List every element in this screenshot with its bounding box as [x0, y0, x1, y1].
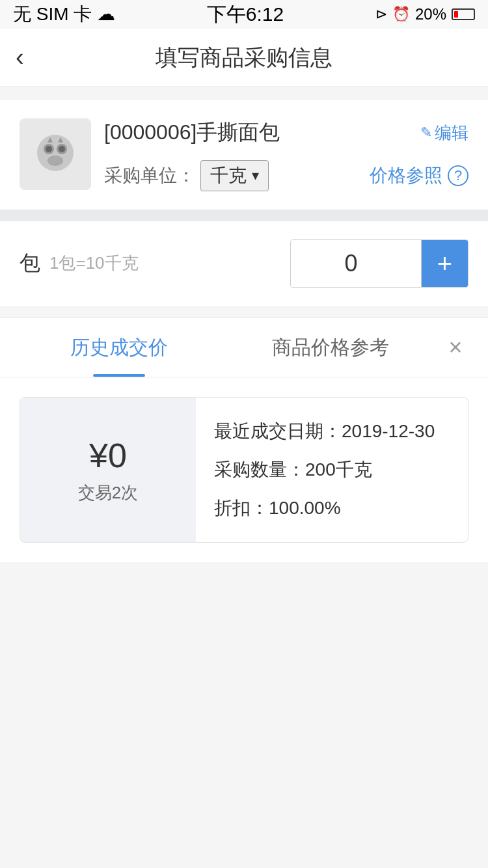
status-bar: 无 SIM 卡 ☁ 下午6:12 ⊳ ⏰ 20% — [0, 0, 488, 29]
transaction-quantity: 采购数量：200千克 — [214, 455, 450, 485]
product-header: [0000006]手撕面包 ✎ 编辑 — [104, 118, 468, 147]
edit-icon: ✎ — [420, 124, 432, 141]
date-value: 2019-12-30 — [342, 421, 435, 441]
product-info: [0000006]手撕面包 ✎ 编辑 采购单位： 千克 ▾ 价格参照 ? — [104, 118, 468, 191]
discount-value: 100.00% — [269, 498, 341, 518]
quantity-input-wrap: + — [290, 239, 468, 288]
transaction-date: 最近成交日期：2019-12-30 — [214, 417, 450, 446]
transaction-details: 最近成交日期：2019-12-30 采购数量：200千克 折扣：100.00% — [196, 398, 468, 542]
location-icon: ⊳ — [375, 6, 387, 23]
quantity-plus-button[interactable]: + — [421, 240, 468, 287]
product-card: [0000006]手撕面包 ✎ 编辑 采购单位： 千克 ▾ 价格参照 ? — [0, 100, 488, 210]
status-right: ⊳ ⏰ 20% — [375, 5, 475, 23]
tab-underline — [93, 374, 145, 377]
transaction-count: 交易2次 — [78, 481, 138, 504]
svg-point-3 — [46, 146, 52, 152]
transaction-summary: ¥0 交易2次 — [20, 398, 196, 542]
price-ref-label: 价格参照 — [370, 163, 442, 188]
section-divider — [0, 210, 488, 221]
product-unit-row: 采购单位： 千克 ▾ 价格参照 ? — [104, 160, 468, 191]
edit-button[interactable]: ✎ 编辑 — [420, 122, 468, 144]
quantity-detail-value: 200千克 — [305, 459, 372, 480]
battery-icon — [452, 8, 475, 20]
status-left: 无 SIM 卡 ☁ — [13, 2, 115, 27]
tab-price-reference[interactable]: 商品价格参考 — [224, 318, 436, 377]
alarm-icon: ⏰ — [392, 6, 410, 23]
tab-close-button[interactable]: × — [436, 318, 475, 377]
tabs-container: 历史成交价 商品价格参考 × ¥0 交易2次 最近成交日期：2019-12-30… — [0, 318, 488, 562]
unit-select[interactable]: 千克 ▾ — [200, 160, 269, 191]
tabs-header: 历史成交价 商品价格参考 × — [0, 318, 488, 377]
edit-label: 编辑 — [435, 122, 468, 144]
unit-badge: 包 — [20, 249, 40, 278]
sim-status: 无 SIM 卡 ☁ — [13, 2, 115, 27]
product-name: [0000006]手撕面包 — [104, 118, 280, 147]
svg-point-5 — [47, 156, 63, 166]
price-ref-button[interactable]: 价格参照 ? — [370, 163, 468, 188]
help-icon: ? — [448, 165, 468, 186]
quantity-label-wrap: 包 1包=10千克 — [20, 249, 139, 278]
transaction-discount: 折扣：100.00% — [214, 494, 450, 523]
quantity-label: 采购数量： — [214, 459, 305, 480]
nav-bar: ‹ 填写商品采购信息 — [0, 29, 488, 87]
discount-label: 折扣： — [214, 498, 269, 518]
product-image — [20, 118, 91, 190]
tab-history-label: 历史成交价 — [70, 334, 168, 361]
back-button[interactable]: ‹ — [16, 44, 24, 72]
status-time: 下午6:12 — [207, 1, 284, 28]
unit-hint: 1包=10千克 — [49, 252, 139, 275]
unit-label: 采购单位： — [104, 163, 195, 188]
battery-percent: 20% — [415, 5, 446, 23]
page-title: 填写商品采购信息 — [156, 43, 332, 73]
transaction-price: ¥0 — [89, 436, 127, 475]
transaction-card: ¥0 交易2次 最近成交日期：2019-12-30 采购数量：200千克 折扣：… — [20, 397, 468, 543]
tab-price-ref-label: 商品价格参考 — [272, 334, 389, 361]
tab-history-price[interactable]: 历史成交价 — [13, 318, 224, 377]
quantity-row: 包 1包=10千克 + — [0, 221, 488, 306]
svg-point-4 — [59, 146, 65, 152]
quantity-input[interactable] — [291, 240, 421, 287]
dropdown-icon: ▾ — [252, 167, 259, 184]
tab-content: ¥0 交易2次 最近成交日期：2019-12-30 采购数量：200千克 折扣：… — [0, 377, 488, 562]
date-label: 最近成交日期： — [214, 421, 342, 441]
unit-value: 千克 — [210, 163, 247, 188]
